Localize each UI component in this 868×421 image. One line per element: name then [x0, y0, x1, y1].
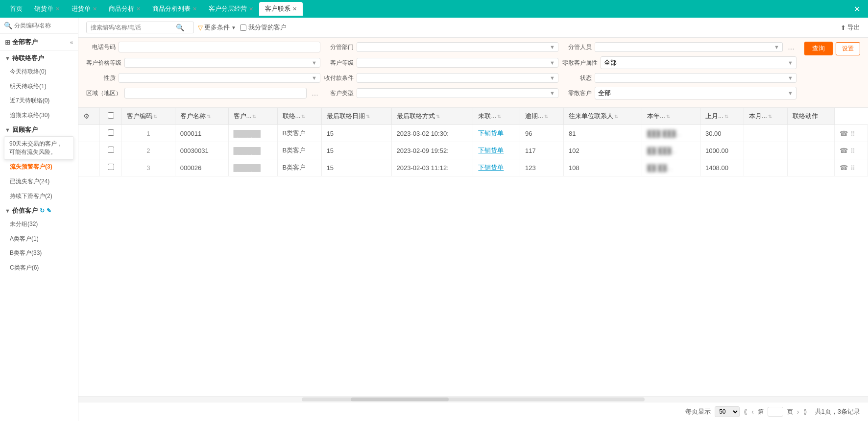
page-number-input[interactable]: 1: [768, 407, 783, 417]
sidebar-item-tomorrow[interactable]: 明天待联络(1): [0, 79, 78, 94]
sidebar-all-customers[interactable]: ⊞ 全部客户 «: [0, 34, 78, 51]
row-checkbox-1[interactable]: [100, 142, 122, 159]
tab-sales-order[interactable]: 销货单 ✕: [28, 2, 66, 16]
nature-select[interactable]: ▼: [119, 73, 320, 83]
phone-input[interactable]: [119, 42, 320, 52]
sidebar-item-class-a[interactable]: A类客户(1): [0, 232, 78, 247]
sort-not-contacted: ⇅: [497, 114, 501, 119]
sidebar-item-class-b[interactable]: B类客户(33): [0, 246, 78, 261]
price-level-select[interactable]: ▼: [124, 58, 320, 68]
dept-select[interactable]: ▼: [357, 42, 558, 52]
sidebar-item-class-c[interactable]: C类客户(6): [0, 261, 78, 275]
close-tab-product-analysis[interactable]: ✕: [136, 6, 141, 12]
col-this-month[interactable]: 本月...⇅: [744, 108, 788, 125]
retail-select[interactable]: 全部 ▼: [595, 87, 796, 99]
section-value-customers[interactable]: ▼ 价值客户 ↻ ✎: [0, 203, 78, 217]
table-settings-icon[interactable]: ⚙: [83, 112, 90, 120]
tab-product-analysis-list[interactable]: 商品分析列表 ✕: [146, 2, 203, 16]
phone-label: 电话号码: [86, 43, 116, 51]
tab-customer-layer[interactable]: 客户分层经营 ✕: [203, 2, 259, 16]
tab-home[interactable]: 首页: [4, 4, 28, 13]
row-select-1[interactable]: [108, 147, 114, 153]
close-tab-customer-layer[interactable]: ✕: [249, 6, 253, 12]
action-contact-1[interactable]: ☎: [840, 147, 848, 154]
row-last-way-2[interactable]: 下销货单: [473, 159, 520, 176]
row-select-2[interactable]: [108, 164, 114, 170]
query-button[interactable]: 查询: [804, 42, 833, 55]
close-tab-product-list[interactable]: ✕: [193, 6, 197, 12]
col-last-month[interactable]: 上月...⇅: [700, 108, 744, 125]
row-code-0: 000011: [175, 125, 228, 142]
row-checkbox-2[interactable]: [100, 159, 122, 176]
search-btn-icon[interactable]: 🔍: [176, 24, 184, 31]
col-this-year[interactable]: 本年...⇅: [642, 108, 700, 125]
col-type[interactable]: 客户...⇅: [228, 108, 277, 125]
row-checkbox-0[interactable]: [100, 125, 122, 142]
region-input[interactable]: [124, 88, 307, 99]
sidebar-item-declining[interactable]: 持续下滑客户(2): [0, 189, 78, 204]
sidebar-item-overdue[interactable]: 逾期未联络(30): [0, 108, 78, 123]
section-review-customers[interactable]: ▼ 回顾客户: [0, 123, 78, 136]
col-not-contacted[interactable]: 未联...⇅: [473, 108, 520, 125]
tab-customer-contact[interactable]: 客户联系 ✕: [259, 2, 303, 16]
person-select[interactable]: ▼: [595, 42, 783, 52]
close-tab-purchase[interactable]: ✕: [93, 6, 97, 12]
sidebar-item-today[interactable]: 今天待联络(0): [0, 65, 78, 79]
col-code[interactable]: 客户编码⇅: [121, 108, 175, 125]
customer-level-select[interactable]: ▼: [357, 58, 558, 68]
sidebar-item-churned[interactable]: 已流失客户(24): [0, 174, 78, 189]
prev-page-btn[interactable]: ‹: [751, 408, 754, 416]
filter-row-3: 性质 ▼ 收付款条件 ▼: [86, 73, 796, 83]
col-name[interactable]: 客户名称⇅: [175, 108, 228, 125]
my-customers-checkbox[interactable]: [240, 25, 246, 31]
col-last-date[interactable]: 最后联络日期⇅: [321, 108, 391, 125]
scrollbar-track[interactable]: [302, 397, 645, 401]
close-all-tabs[interactable]: ✕: [850, 4, 864, 14]
col-last-way[interactable]: 最后联络方式⇅: [391, 108, 473, 125]
col-contact[interactable]: 联络...⇅: [277, 108, 321, 125]
edit-icon[interactable]: ✎: [47, 207, 51, 214]
action-more-2[interactable]: ⁞⁞: [851, 164, 855, 172]
action-more-0[interactable]: ⁞⁞: [851, 129, 855, 137]
refresh-icon[interactable]: ↻: [40, 207, 45, 214]
status-select[interactable]: ▼: [595, 73, 796, 83]
sidebar-item-churn-warning[interactable]: 流失预警客户(3): [0, 160, 78, 174]
page-size-select[interactable]: 50 100: [715, 406, 740, 417]
action-contact-0[interactable]: ☎: [840, 129, 848, 137]
tab-purchase-order[interactable]: 进货单 ✕: [66, 2, 103, 16]
more-filter-btn[interactable]: ▽ 更多条件 ▼: [198, 23, 236, 32]
last-page-btn[interactable]: ⟫: [803, 408, 807, 416]
sidebar-item-7days[interactable]: 近7天待联络(0): [0, 94, 78, 108]
customer-type-select[interactable]: ▼: [357, 88, 558, 98]
col-settings[interactable]: ⚙: [78, 108, 100, 125]
close-tab-customer-contact[interactable]: ✕: [292, 6, 297, 12]
payment-select[interactable]: ▼: [357, 73, 558, 83]
person-dots[interactable]: …: [786, 43, 796, 51]
section-pending-contact[interactable]: ▼ 待联络客户: [0, 51, 78, 65]
settings-button[interactable]: 设置: [836, 42, 860, 55]
sidebar-search-input[interactable]: [14, 22, 78, 29]
action-contact-2[interactable]: ☎: [840, 164, 848, 172]
col-unit-contact[interactable]: 往来单位联系人⇅: [564, 108, 642, 125]
close-tab-sales[interactable]: ✕: [55, 6, 60, 12]
action-more-1[interactable]: ⁞⁞: [851, 147, 855, 154]
retail-attr-select[interactable]: 全部 ▼: [601, 56, 796, 69]
first-page-btn[interactable]: ⟪: [744, 408, 747, 416]
sidebar-collapse-icon[interactable]: «: [70, 39, 73, 45]
row-select-0[interactable]: [108, 129, 114, 136]
search-input[interactable]: [91, 24, 174, 31]
sidebar-item-ungrouped[interactable]: 未分组(32): [0, 217, 78, 232]
region-dots[interactable]: …: [310, 89, 320, 97]
select-all-checkbox[interactable]: [108, 112, 114, 119]
sort-unit-contact: ⇅: [614, 114, 618, 119]
export-btn[interactable]: ⬆ 导出: [841, 23, 860, 32]
row-last-way-1[interactable]: 下销货单: [473, 142, 520, 159]
filter-cell-customer-level: 客户等级 ▼: [324, 58, 558, 68]
next-page-btn[interactable]: ›: [797, 408, 799, 416]
col-overdue[interactable]: 逾期...⇅: [520, 108, 564, 125]
row-last-way-0[interactable]: 下销货单: [473, 125, 520, 142]
my-customers-toggle[interactable]: 我分管的客户: [240, 23, 287, 32]
scrollbar-thumb[interactable]: [351, 397, 449, 401]
row-unit-contact-1: ██ ███...: [642, 142, 700, 159]
tab-product-analysis[interactable]: 商品分析 ✕: [103, 2, 146, 16]
